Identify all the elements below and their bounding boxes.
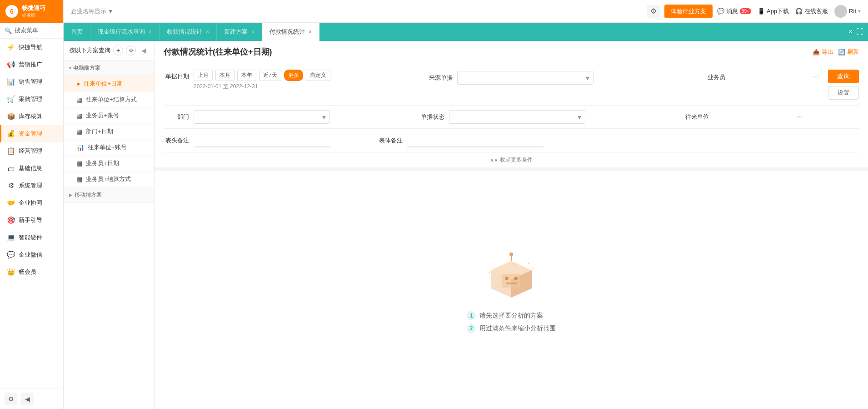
trial-btn[interactable]: 体验行业方案 (664, 5, 713, 18)
scheme-settings-button[interactable]: ⚙ (126, 45, 136, 56)
date-last-7-days-button[interactable]: 近7天 (259, 70, 281, 81)
sidebar-item-label: 畅会员 (19, 268, 36, 276)
collapse-conditions-button[interactable]: ∧∧ 收起更多条件 (164, 152, 859, 167)
window-maximize-button[interactable]: ⛶ (856, 28, 863, 36)
scheme-add-button[interactable]: + (113, 45, 123, 56)
search-icon: 🔍 (5, 27, 12, 34)
tab-home-label: 首页 (71, 28, 83, 36)
message-icon: 💬 (717, 8, 724, 15)
breadcrumb-dropdown-icon[interactable]: ▾ (109, 8, 112, 15)
sidebar-item-marketing[interactable]: 📢 营销推广 (0, 56, 63, 73)
weixin-icon: 💬 (7, 251, 15, 259)
scheme-item-staff-account[interactable]: ▦ 业务员+账号 (64, 108, 154, 124)
search-menu-item[interactable]: 🔍 搜索菜单 (0, 23, 63, 39)
messages-badge: 99+ (740, 8, 751, 14)
app-download-button[interactable]: 📱 App下载 (758, 7, 789, 15)
scheme-item-label: 业务员+日期 (86, 159, 119, 167)
tab-home[interactable]: 首页 (64, 23, 90, 41)
sidebar-item-sales[interactable]: 📊 销售管理 (0, 73, 63, 91)
user-dropdown-icon: ▾ (858, 8, 861, 14)
messages-button[interactable]: 💬 消息 99+ (717, 7, 751, 15)
guide-icon: 🎯 (7, 216, 15, 224)
mobile-section-label: 移动端方案 (75, 191, 102, 199)
date-more-button[interactable]: 更多 (284, 70, 303, 81)
refresh-button[interactable]: 🔄 刷新 (838, 48, 859, 56)
staff-dots-button[interactable]: ··· (813, 73, 819, 81)
tab-cash-flow-close[interactable]: × (149, 29, 152, 35)
app-name: 畅捷通巧 (22, 4, 45, 12)
svg-point-8 (509, 252, 513, 256)
sidebar-item-basic[interactable]: 🗃 基础信息 (0, 160, 63, 177)
source-select[interactable]: ▾ (457, 71, 594, 85)
window-close-button[interactable]: × (848, 28, 853, 36)
scheme-item-label: 业务员+结算方式 (86, 175, 131, 183)
scheme-item-unit-date[interactable]: ● 往来单位+日期 (64, 76, 154, 92)
sidebar-item-weixin[interactable]: 💬 企业微信 (0, 246, 63, 263)
sidebar-item-label: 新手引导 (19, 216, 42, 224)
sidebar-collapse-button[interactable]: ◀ (21, 393, 34, 405)
mobile-section-header[interactable]: ▶ 移动端方案 (64, 187, 154, 203)
sidebar-item-member[interactable]: 👑 畅会员 (0, 263, 63, 281)
scheme-item-unit-settle[interactable]: ▦ 往来单位+结算方式 (64, 92, 154, 108)
topbar-settings-button[interactable]: ⚙ (647, 5, 660, 18)
filter-settings-button[interactable]: 设置 (828, 86, 859, 100)
sidebar-item-guide[interactable]: 🎯 新手引导 (0, 212, 63, 229)
scheme-item-staff-date[interactable]: ▦ 业务员+日期 (64, 156, 154, 172)
tabs-actions: × ⛶ (844, 23, 868, 41)
scheme-collapse-button[interactable]: ◀ (139, 45, 149, 56)
scheme-item-dept-date[interactable]: ▦ 部门+日期 (64, 124, 154, 140)
desktop-section-label: 电脑端方案 (73, 64, 100, 72)
tab-payment-stats-close[interactable]: × (309, 29, 312, 35)
unit-dots-button[interactable]: ··· (797, 113, 803, 121)
dept-label: 部门 (164, 113, 189, 121)
export-button[interactable]: 📤 导出 (813, 48, 833, 56)
table-body-note-input[interactable] (407, 133, 544, 147)
scheme-item-icon: ▦ (76, 160, 82, 167)
app-download-label: App下载 (767, 7, 789, 15)
sidebar-item-quick-nav[interactable]: ⚡ 快捷导航 (0, 39, 63, 56)
tab-payment-stats[interactable]: 付款情况统计 × (262, 23, 319, 41)
source-dropdown-icon: ▾ (586, 74, 589, 82)
tab-receipt-stats-close[interactable]: × (206, 29, 209, 35)
user-menu-button[interactable]: Rit ▾ (834, 5, 861, 18)
query-button[interactable]: 查询 (828, 70, 859, 83)
sidebar-item-purchase[interactable]: 🛒 采购管理 (0, 91, 63, 108)
table-area: 1 请先选择要分析的方案 2 用过滤条件来缩小分析范围 (155, 171, 868, 409)
user-name: Rit (849, 8, 856, 15)
sidebar-settings-button[interactable]: ⚙ (5, 393, 17, 405)
hint-num-2: 2 (467, 324, 476, 333)
sidebar-item-finance[interactable]: 💰 资金管理 (0, 125, 63, 142)
sidebar-item-label: 智能硬件 (19, 233, 42, 242)
dept-select[interactable]: ▾ (194, 110, 330, 124)
date-this-month-button[interactable]: 本月 (215, 70, 234, 81)
tab-new-scheme[interactable]: 新建方案 × (217, 23, 262, 41)
date-last-month-button[interactable]: 上月 (194, 70, 213, 81)
svg-point-9 (528, 263, 529, 264)
content-area: 按以下方案查询 + ⚙ ◀ ▾ 电脑端方案 ● 往来单位+日期 (64, 41, 868, 409)
sidebar-item-label: 资金管理 (19, 130, 42, 138)
sidebar-item-operations[interactable]: 📋 经营管理 (0, 142, 63, 160)
sidebar-item-enterprise[interactable]: 🤝 企业协同 (0, 194, 63, 212)
sidebar-item-hardware[interactable]: 💻 智能硬件 (0, 229, 63, 246)
basic-icon: 🗃 (7, 164, 15, 172)
desktop-section-header[interactable]: ▾ 电脑端方案 (64, 61, 154, 76)
empty-hints: 1 请先选择要分析的方案 2 用过滤条件来缩小分析范围 (467, 311, 556, 333)
tab-new-scheme-close[interactable]: × (251, 29, 254, 35)
scheme-item-label: 业务员+账号 (86, 111, 119, 120)
online-service-button[interactable]: 🎧 在线客服 (795, 7, 828, 15)
scheme-item-label: 往来单位+日期 (84, 80, 123, 88)
tab-cash-flow[interactable]: 现金银行流水查询 × (90, 23, 160, 41)
sidebar-item-inventory[interactable]: 📦 库存核算 (0, 108, 63, 125)
staff-label: 业务员 (700, 73, 725, 81)
scheme-item-staff-settle[interactable]: ▦ 业务员+结算方式 (64, 172, 154, 187)
dept-dropdown-icon: ▾ (322, 113, 326, 121)
scheme-item-unit-account[interactable]: 📊 往来单位+账号 (64, 140, 154, 156)
scheme-item-label: 部门+日期 (86, 127, 113, 136)
doc-status-select[interactable]: ▾ (449, 110, 585, 124)
date-this-year-button[interactable]: 本年 (237, 70, 256, 81)
date-custom-button[interactable]: 自定义 (306, 70, 330, 81)
user-avatar (834, 5, 847, 18)
tab-receipt-stats[interactable]: 收款情况统计 × (160, 23, 217, 41)
sidebar-item-system[interactable]: ⚙ 系统管理 (0, 177, 63, 194)
table-head-note-input[interactable] (194, 133, 330, 147)
